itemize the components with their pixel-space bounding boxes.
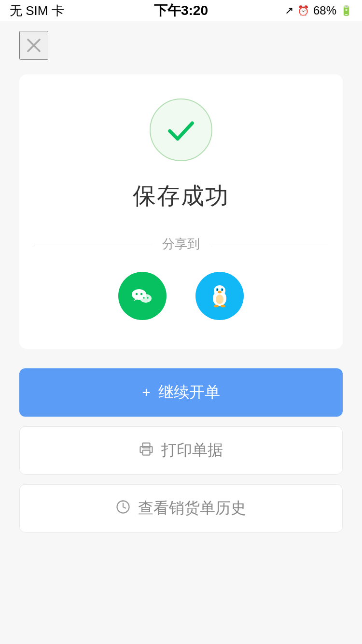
wechat-share-button[interactable]: [118, 272, 167, 320]
svg-rect-21: [143, 450, 150, 455]
status-right: ↗ ⏰ 68% 🔋: [285, 4, 352, 17]
svg-point-4: [140, 294, 152, 303]
carrier-text: 无 SIM 卡: [10, 2, 64, 19]
status-bar: 无 SIM 卡 下午3:20 ↗ ⏰ 68% 🔋: [0, 0, 362, 21]
continue-button[interactable]: + 继续开单: [19, 368, 343, 417]
share-divider: 分享到: [34, 236, 328, 252]
battery-text: 68%: [313, 4, 336, 17]
continue-plus-icon: +: [142, 384, 151, 401]
close-button[interactable]: [19, 31, 48, 60]
status-left: 无 SIM 卡: [10, 2, 68, 19]
history-icon: [116, 500, 130, 518]
history-label: 查看销货单历史: [138, 498, 246, 519]
svg-point-6: [140, 293, 142, 295]
share-icons-row: [118, 272, 244, 320]
divider-line-right: [209, 244, 328, 244]
alarm-icon: ⏰: [297, 5, 309, 16]
wechat-icon: [128, 282, 156, 310]
print-button[interactable]: 打印单据: [19, 426, 343, 475]
location-icon: ↗: [285, 4, 293, 17]
print-icon: [139, 442, 153, 460]
svg-point-22: [149, 448, 151, 449]
svg-point-18: [214, 305, 219, 308]
share-divider-text: 分享到: [162, 236, 200, 252]
status-time: 下午3:20: [154, 1, 208, 20]
svg-point-16: [218, 291, 222, 294]
main-content: 保存成功 分享到: [0, 21, 362, 644]
success-card: 保存成功 分享到: [19, 74, 343, 349]
battery-icon: 🔋: [340, 5, 352, 16]
success-title: 保存成功: [133, 181, 229, 211]
svg-point-7: [143, 297, 144, 298]
history-button[interactable]: 查看销货单历史: [19, 484, 343, 532]
svg-marker-9: [133, 299, 137, 301]
print-label: 打印单据: [161, 440, 223, 461]
success-icon-wrapper: [150, 98, 212, 161]
svg-point-15: [222, 289, 223, 290]
continue-label: 继续开单: [158, 382, 220, 403]
qq-icon: [206, 282, 234, 310]
svg-point-11: [214, 285, 225, 296]
divider-line-left: [34, 244, 153, 244]
qq-share-button[interactable]: [195, 272, 244, 320]
svg-point-14: [217, 289, 218, 290]
checkmark-icon: [164, 113, 198, 147]
svg-point-19: [221, 305, 225, 308]
svg-point-17: [216, 294, 223, 304]
svg-point-8: [147, 297, 148, 298]
action-buttons: + 继续开单 打印单据 查看销货单历史: [19, 368, 343, 532]
svg-point-5: [136, 293, 138, 295]
